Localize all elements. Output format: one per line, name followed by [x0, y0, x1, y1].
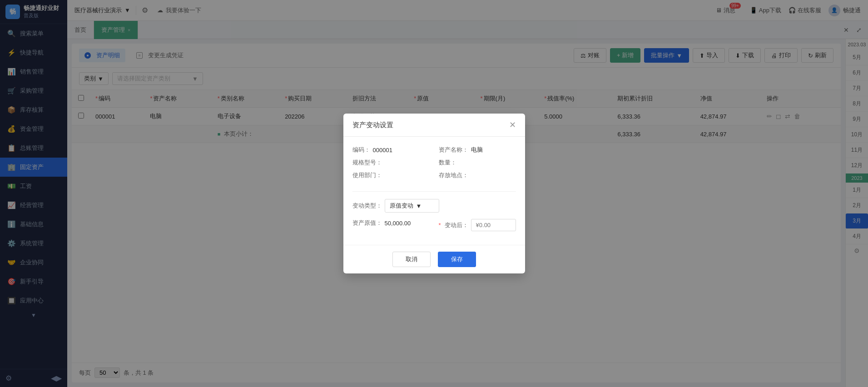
- modal-field-dept: 使用部门：: [352, 171, 430, 179]
- modal-info-section: 编码： 000001 资产名称： 电脑 规格型号： 数量：: [352, 146, 516, 192]
- spec-label: 规格型号：: [352, 159, 382, 167]
- change-type-label: 变动类型：: [352, 202, 382, 210]
- change-type-arrow: ▼: [416, 203, 422, 209]
- modal-field-after-value: * 变动后：: [439, 219, 516, 231]
- modal-field-asset-name: 资产名称： 电脑: [439, 146, 516, 154]
- asset-name-value: 电脑: [471, 146, 483, 154]
- save-btn[interactable]: 保存: [438, 252, 476, 267]
- original-value-label: 资产原值：: [352, 219, 382, 227]
- location-label: 存放地点：: [439, 171, 468, 179]
- modal-body: 编码： 000001 资产名称： 电脑 规格型号： 数量：: [343, 137, 525, 245]
- modal-row-3: 使用部门： 存放地点：: [352, 171, 516, 179]
- dept-label: 使用部门：: [352, 171, 382, 179]
- code-label: 编码：: [352, 146, 370, 154]
- cancel-btn[interactable]: 取消: [392, 252, 431, 267]
- after-value-label: 变动后：: [445, 221, 468, 229]
- original-value-value: 50,000.00: [385, 220, 411, 227]
- modal-row-change-type: 变动类型： 原值变动 ▼: [352, 199, 516, 213]
- after-value-input[interactable]: [471, 219, 516, 231]
- modal-field-code: 编码： 000001: [352, 146, 430, 154]
- modal-field-change-type: 变动类型： 原值变动 ▼: [352, 199, 516, 213]
- change-type-select[interactable]: 原值变动 ▼: [385, 199, 439, 213]
- modal-overlay: 资产变动设置 ✕ 编码： 000001 资产名称： 电脑 规格型号：: [0, 0, 868, 387]
- modal-title: 资产变动设置: [352, 121, 393, 129]
- modal-field-location: 存放地点：: [439, 171, 516, 179]
- quantity-label: 数量：: [439, 159, 456, 167]
- code-value: 000001: [373, 147, 392, 154]
- modal-row-1: 编码： 000001 资产名称： 电脑: [352, 146, 516, 154]
- modal-footer: 取消 保存: [343, 245, 525, 273]
- asset-name-label: 资产名称：: [439, 146, 468, 154]
- modal-row-2: 规格型号： 数量：: [352, 159, 516, 167]
- modal-field-original-value: 资产原值： 50,000.00: [352, 219, 430, 227]
- modal-field-spec: 规格型号：: [352, 159, 430, 167]
- asset-change-modal: 资产变动设置 ✕ 编码： 000001 资产名称： 电脑 规格型号：: [343, 114, 525, 273]
- modal-row-values: 资产原值： 50,000.00 * 变动后：: [352, 219, 516, 231]
- change-type-value: 原值变动: [390, 202, 413, 210]
- after-value-required-star: *: [439, 222, 441, 228]
- modal-field-quantity: 数量：: [439, 159, 516, 167]
- modal-close-icon[interactable]: ✕: [509, 120, 516, 130]
- modal-header: 资产变动设置 ✕: [343, 114, 525, 137]
